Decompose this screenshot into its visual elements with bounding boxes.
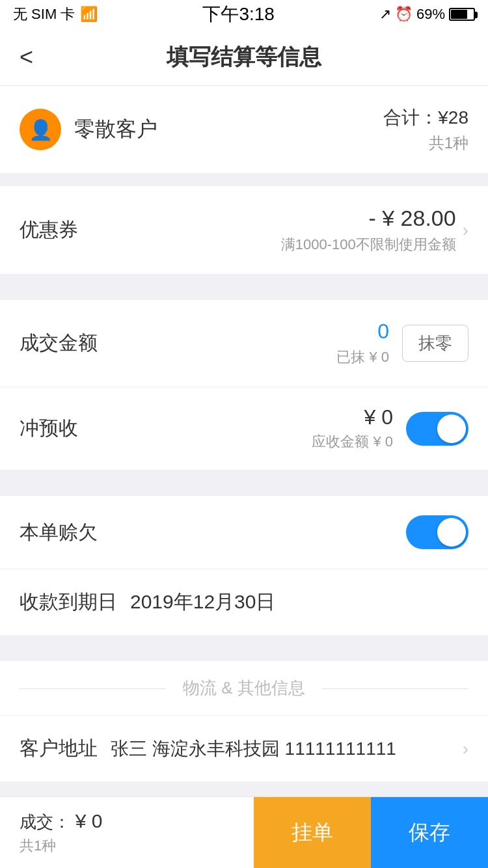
avatar-icon: 👤 (29, 118, 53, 141)
prepayment-row: 冲预收 ¥ 0 应收金额 ¥ 0 (0, 387, 488, 470)
battery-percent: 69% (416, 6, 445, 23)
alarm-icon: ⏰ (395, 6, 413, 23)
deal-amount-value-container: 0 已抹 ¥ 0 (336, 319, 389, 367)
status-bar: 无 SIM 卡 📶 下午3:18 ↗ ⏰ 69% (0, 0, 488, 29)
battery-icon (449, 8, 475, 21)
separator-2 (0, 483, 488, 496)
due-date-value: 2019年12月30日 (130, 589, 275, 616)
bottom-deal-label: 成交： (20, 812, 70, 832)
customer-total-info: 合计：¥28 共1种 (383, 105, 468, 154)
prepayment-amounts: ¥ 0 应收金额 ¥ 0 (312, 405, 393, 452)
deal-amount-sub: 已抹 ¥ 0 (336, 347, 389, 367)
page-title: 填写结算等信息 (167, 42, 321, 72)
bottom-deal-line: 成交： ¥ 0 (20, 810, 234, 834)
save-button[interactable]: 保存 (371, 797, 488, 869)
separator-1 (0, 287, 488, 300)
toggle-knob (437, 414, 466, 443)
bottom-bar: 成交： ¥ 0 共1种 挂单 保存 (0, 796, 488, 868)
pending-button[interactable]: 挂单 (254, 797, 371, 869)
coupon-description: 满1000-100不限制使用金额 (281, 235, 456, 254)
debt-toggle[interactable] (406, 515, 468, 549)
prepayment-right: ¥ 0 应收金额 ¥ 0 (312, 405, 468, 452)
customer-section: 👤 零散客户 合计：¥28 共1种 (0, 86, 488, 173)
status-time: 下午3:18 (202, 2, 275, 27)
address-row[interactable]: 客户地址 张三 海淀永丰科技园 11111111111 › (0, 715, 488, 781)
logistics-section: 物流 & 其他信息 客户地址 张三 海淀永丰科技园 11111111111 › (0, 661, 488, 781)
due-date-label: 收款到期日 (20, 589, 117, 616)
content-area: 👤 零散客户 合计：¥28 共1种 优惠券 - ¥ 28.00 满1000-10… (0, 86, 488, 868)
customer-info: 👤 零散客户 (20, 109, 157, 150)
prepayment-sub: 应收金额 ¥ 0 (312, 432, 393, 452)
coupon-section[interactable]: 优惠券 - ¥ 28.00 满1000-100不限制使用金额 › (0, 186, 488, 274)
logistics-title: 物流 & 其他信息 (183, 678, 305, 698)
debt-label: 本单赊欠 (20, 519, 98, 546)
address-value: 张三 海淀永丰科技园 11111111111 (111, 737, 463, 761)
deal-amount-value: 0 (336, 319, 389, 344)
deal-amount-right: 0 已抹 ¥ 0 抹零 (336, 319, 468, 367)
address-chevron-icon: › (463, 739, 468, 759)
avatar: 👤 (20, 109, 61, 150)
form-section-deal: 成交金额 0 已抹 ¥ 0 抹零 冲预收 ¥ 0 应收金额 ¥ 0 (0, 300, 488, 470)
coupon-label: 优惠券 (20, 217, 78, 243)
bottom-count: 共1种 (20, 836, 234, 856)
debt-section: 本单赊欠 收款到期日 2019年12月30日 (0, 496, 488, 635)
separator-3 (0, 648, 488, 661)
location-icon: ↗ (379, 6, 391, 23)
bottom-info: 成交： ¥ 0 共1种 (0, 810, 254, 856)
wifi-icon: 📶 (80, 6, 98, 23)
nav-bar: < 填写结算等信息 (0, 29, 488, 86)
deal-amount-row: 成交金额 0 已抹 ¥ 0 抹零 (0, 300, 488, 387)
round-off-button[interactable]: 抹零 (402, 325, 468, 362)
address-label: 客户地址 (20, 735, 98, 762)
back-button[interactable]: < (13, 37, 40, 77)
logistics-header: 物流 & 其他信息 (0, 661, 488, 715)
prepayment-toggle[interactable] (406, 412, 468, 446)
bottom-deal-amount: ¥ 0 (75, 810, 103, 832)
customer-count: 共1种 (383, 133, 468, 154)
chevron-right-icon: › (463, 220, 468, 241)
debt-row: 本单赊欠 (0, 496, 488, 569)
coupon-amount: - ¥ 28.00 (281, 206, 456, 231)
prepayment-value: ¥ 0 (312, 405, 393, 429)
customer-total: 合计：¥28 (383, 105, 468, 130)
no-sim-label: 无 SIM 卡 (13, 5, 75, 24)
due-date-row: 收款到期日 2019年12月30日 (0, 569, 488, 635)
coupon-detail: - ¥ 28.00 满1000-100不限制使用金额 (281, 206, 456, 254)
debt-toggle-knob (437, 518, 466, 547)
status-right: ↗ ⏰ 69% (379, 6, 475, 23)
prepayment-label: 冲预收 (20, 415, 78, 442)
deal-amount-label: 成交金额 (20, 330, 98, 357)
coupon-right: - ¥ 28.00 满1000-100不限制使用金额 › (281, 206, 468, 254)
customer-name: 零散客户 (74, 115, 157, 144)
status-left: 无 SIM 卡 📶 (13, 5, 98, 24)
